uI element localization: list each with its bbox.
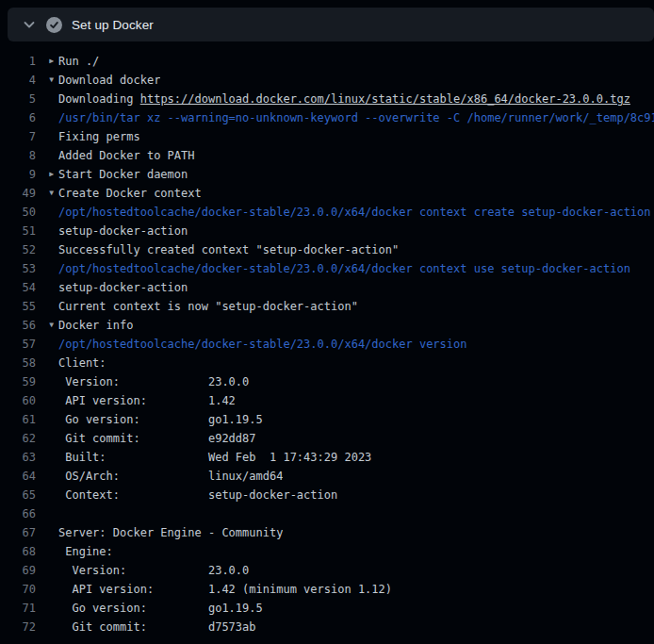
line-number[interactable]: 1 <box>0 52 36 71</box>
line-text: Current context is now "setup-docker-act… <box>58 297 358 316</box>
line-number[interactable]: 8 <box>0 146 36 165</box>
marker-spacer <box>36 354 58 372</box>
log-line: 63 Built: Wed Feb 1 17:43:29 2023 <box>0 448 654 467</box>
log-line: 4▼Download docker <box>0 71 654 90</box>
line-number[interactable]: 6 <box>0 108 36 127</box>
line-number[interactable]: 68 <box>0 542 36 561</box>
log-line: 1▶Run ./ <box>0 52 654 71</box>
log-line: 55Current context is now "setup-docker-a… <box>0 297 654 316</box>
line-text: Downloading https://download.docker.com/… <box>58 90 630 108</box>
line-text: OS/Arch: linux/amd64 <box>58 467 283 486</box>
line-number[interactable]: 66 <box>0 504 36 523</box>
group-expanded-triangle-down-icon[interactable]: ▼ <box>36 71 58 90</box>
log-line: 60 API version: 1.42 <box>0 391 654 410</box>
line-text: Built: Wed Feb 1 17:43:29 2023 <box>58 448 371 467</box>
marker-spacer <box>36 372 58 391</box>
line-number[interactable]: 50 <box>0 203 36 222</box>
line-number[interactable]: 59 <box>0 372 36 391</box>
line-number[interactable]: 64 <box>0 467 36 486</box>
marker-spacer <box>36 203 58 222</box>
marker-spacer <box>36 278 58 297</box>
log-line: 7Fixing perms <box>0 127 654 146</box>
line-number[interactable]: 62 <box>0 429 36 448</box>
line-text: Version: 23.0.0 <box>58 561 249 580</box>
line-number[interactable]: 53 <box>0 259 36 278</box>
log-line: 72 Git commit: d7573ab <box>0 618 654 636</box>
marker-spacer <box>36 618 58 636</box>
log-line: 59 Version: 23.0.0 <box>0 372 654 391</box>
line-text: /opt/hostedtoolcache/docker-stable/23.0.… <box>58 335 466 354</box>
line-number[interactable]: 60 <box>0 391 36 410</box>
marker-spacer <box>36 90 58 108</box>
line-number[interactable]: 70 <box>0 580 36 599</box>
marker-spacer <box>36 335 58 354</box>
marker-spacer <box>36 542 58 561</box>
line-number[interactable]: 61 <box>0 410 36 429</box>
line-number[interactable]: 71 <box>0 599 36 618</box>
line-number[interactable]: 51 <box>0 222 36 240</box>
line-text: /usr/bin/tar xz --warning=no-unknown-key… <box>58 108 654 127</box>
line-number[interactable]: 56 <box>0 316 36 335</box>
line-number[interactable]: 54 <box>0 278 36 297</box>
workflow-log-viewer: Set up Docker 1▶Run ./4▼Download docker5… <box>0 8 654 636</box>
marker-spacer <box>36 127 58 146</box>
log-line: 8Added Docker to PATH <box>0 146 654 165</box>
marker-spacer <box>36 297 58 316</box>
line-number[interactable]: 4 <box>0 71 36 90</box>
line-text: Added Docker to PATH <box>58 146 195 165</box>
line-text: Version: 23.0.0 <box>58 372 249 391</box>
line-text: API version: 1.42 <box>58 391 236 410</box>
line-number[interactable]: 7 <box>0 127 36 146</box>
log-line: 61 Go version: go1.19.5 <box>0 410 654 429</box>
line-number[interactable]: 9 <box>0 165 36 184</box>
line-number[interactable]: 69 <box>0 561 36 580</box>
log-container: 1▶Run ./4▼Download docker5Downloading ht… <box>0 41 654 636</box>
line-text: Server: Docker Engine - Community <box>58 523 283 542</box>
log-link[interactable]: https://download.docker.com/linux/static… <box>140 92 630 106</box>
group-expanded-triangle-down-icon[interactable]: ▼ <box>36 184 58 203</box>
line-number[interactable]: 58 <box>0 354 36 372</box>
log-line: 67Server: Docker Engine - Community <box>0 523 654 542</box>
log-line: 54setup-docker-action <box>0 278 654 297</box>
line-text: Run ./ <box>58 52 99 71</box>
step-header[interactable]: Set up Docker <box>8 8 654 41</box>
line-text: Git commit: e92dd87 <box>58 429 256 448</box>
line-number[interactable]: 52 <box>0 240 36 259</box>
marker-spacer <box>36 561 58 580</box>
line-text: setup-docker-action <box>58 278 188 297</box>
log-line: 6/usr/bin/tar xz --warning=no-unknown-ke… <box>0 108 654 127</box>
line-text: Go version: go1.19.5 <box>58 599 263 618</box>
marker-spacer <box>36 599 58 618</box>
marker-spacer <box>36 259 58 278</box>
line-number[interactable]: 72 <box>0 618 36 636</box>
line-number[interactable]: 63 <box>0 448 36 467</box>
log-line: 53/opt/hostedtoolcache/docker-stable/23.… <box>0 259 654 278</box>
line-text: Context: setup-docker-action <box>58 486 337 504</box>
log-line: 65 Context: setup-docker-action <box>0 486 654 504</box>
group-collapsed-triangle-right-icon[interactable]: ▶ <box>36 52 58 71</box>
line-number[interactable]: 5 <box>0 90 36 108</box>
log-line: 52Successfully created context "setup-do… <box>0 240 654 259</box>
line-text: /opt/hostedtoolcache/docker-stable/23.0.… <box>58 259 630 278</box>
marker-spacer <box>36 467 58 486</box>
group-collapsed-triangle-right-icon[interactable]: ▶ <box>36 165 58 184</box>
log-line: 51setup-docker-action <box>0 222 654 240</box>
group-expanded-triangle-down-icon[interactable]: ▼ <box>36 316 58 335</box>
line-number[interactable]: 49 <box>0 184 36 203</box>
line-number[interactable]: 57 <box>0 335 36 354</box>
log-line: 70 API version: 1.42 (minimum version 1.… <box>0 580 654 599</box>
log-line: 58Client: <box>0 354 654 372</box>
line-text: Client: <box>58 354 106 372</box>
marker-spacer <box>36 240 58 259</box>
log-line: 49▼Create Docker context <box>0 184 654 203</box>
line-text: Fixing perms <box>58 127 140 146</box>
line-number[interactable]: 55 <box>0 297 36 316</box>
line-number[interactable]: 65 <box>0 486 36 504</box>
line-number[interactable]: 67 <box>0 523 36 542</box>
marker-spacer <box>36 410 58 429</box>
line-text: Start Docker daemon <box>58 165 188 184</box>
chevron-down-icon[interactable] <box>24 21 35 29</box>
marker-spacer <box>36 429 58 448</box>
log-line: 9▶Start Docker daemon <box>0 165 654 184</box>
marker-spacer <box>36 222 58 240</box>
